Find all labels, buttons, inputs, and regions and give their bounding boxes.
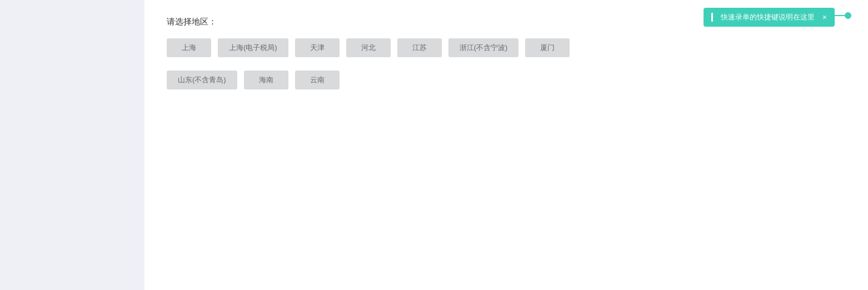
region-buttons-row1: 上海上海(电子税局)天津河北江苏浙江(不含宁波)厦门山东(不含青岛)海南云南 (167, 38, 846, 89)
region-btn-xiamen[interactable]: 厦门 (525, 38, 570, 57)
region-btn-hainan[interactable]: 海南 (244, 71, 288, 89)
region-btn-tianjin[interactable]: 天津 (295, 38, 340, 57)
tooltip-banner: 快速录单的快捷键说明在这里 × (704, 8, 835, 27)
tooltip-close-button[interactable]: × (822, 13, 827, 22)
region-btn-hebei[interactable]: 河北 (346, 38, 391, 57)
tooltip-connector-line (835, 15, 845, 16)
tooltip-connector-dot (845, 12, 851, 19)
main-content: 请选择地区： 上海上海(电子税局)天津河北江苏浙江(不含宁波)厦门山东(不含青岛… (144, 0, 868, 290)
region-btn-zhejiang[interactable]: 浙江(不含宁波) (448, 38, 519, 57)
region-btn-shanghai-etax[interactable]: 上海(电子税局) (218, 38, 288, 57)
region-btn-shandong[interactable]: 山东(不含青岛) (167, 71, 237, 89)
region-btn-yunnan[interactable]: 云南 (295, 71, 340, 89)
tooltip-text: 快速录单的快捷键说明在这里 (721, 12, 815, 22)
sidebar (0, 0, 144, 290)
region-btn-jiangsu[interactable]: 江苏 (397, 38, 442, 57)
region-btn-shanghai[interactable]: 上海 (167, 38, 211, 57)
